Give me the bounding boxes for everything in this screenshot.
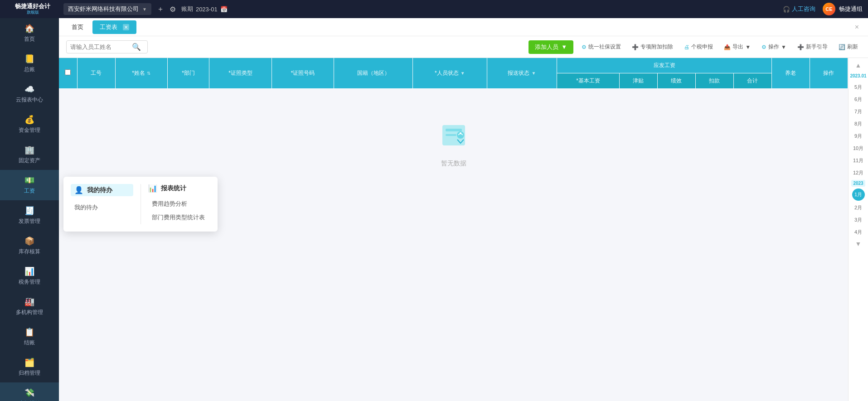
search-box[interactable]: 🔍 (66, 40, 148, 53)
filter-status-icon[interactable]: ▼ (461, 71, 465, 76)
month-jun[interactable]: 6月 (849, 93, 868, 106)
add-button[interactable]: ＋ (157, 5, 164, 14)
calendar-icon[interactable]: 📅 (220, 6, 228, 13)
timeline-up-arrow[interactable]: ▲ (853, 60, 863, 71)
export-icon: 📤 (724, 44, 731, 50)
special-deduct-btn[interactable]: ➕ 专项附加扣除 (629, 41, 676, 53)
month-may[interactable]: 5月 (849, 81, 868, 93)
tax-sidebar-icon: 📊 (24, 266, 34, 276)
sidebar-item-fixed-asset[interactable]: 🏢 固定资产 (0, 140, 59, 170)
sidebar-item-inventory[interactable]: 📦 库存核算 (0, 231, 59, 261)
filter-report-icon[interactable]: ▼ (531, 71, 536, 76)
timeline-down-arrow[interactable]: ▼ (853, 238, 863, 249)
fixed-asset-sidebar-icon: 🏢 (24, 145, 34, 155)
sidebar-item-invoice[interactable]: 🧾 发票管理 (0, 200, 59, 231)
service-label: 人工咨询 (792, 5, 815, 13)
search-input[interactable] (70, 43, 129, 50)
sidebar-item-cloud-report[interactable]: ☁️ 云报表中心 (0, 79, 59, 109)
salary-sidebar-icon: 💵 (24, 175, 34, 185)
sidebar-label-archive: 归档管理 (19, 369, 40, 377)
archive-sidebar-icon: 🗂️ (24, 358, 34, 367)
close-tab-all-btn[interactable]: × (851, 23, 863, 31)
tabs-bar: 首页工资表 ×× (59, 18, 868, 36)
sidebar-label-home: 首页 (24, 35, 35, 43)
month-jul[interactable]: 7月 (849, 106, 868, 118)
table-header-row1: 工号 *姓名 ⇅ *部门 *证照类型 *证照号码 国籍（地区） (59, 58, 848, 73)
company-selector[interactable]: 西安虾米网络科技有限公司 ▼ (63, 3, 151, 15)
sidebar-label-tax: 税务管理 (19, 278, 40, 286)
operate-btn[interactable]: ⚙ 操作 ▼ (759, 41, 789, 53)
sidebar-item-fund[interactable]: 💰 资金管理 (0, 109, 59, 140)
tab-home[interactable]: 首页 (64, 20, 91, 34)
settings-icon[interactable]: ⚙ (170, 5, 176, 14)
social-security-btn[interactable]: ⚙ 统一社保设置 (579, 41, 624, 53)
service-button[interactable]: 🎧 人工咨询 (783, 5, 815, 13)
export-arrow-icon: ▼ (745, 44, 751, 50)
sidebar-label-fixed-asset: 固定资产 (19, 157, 40, 164)
guide-icon: ➕ (797, 44, 804, 50)
tab-close-salary[interactable]: × (123, 24, 129, 30)
tab-label-salary: 工资表 (100, 23, 117, 31)
cloud-report-sidebar-icon: ☁️ (24, 84, 34, 94)
popup-item-my-pending[interactable]: 我的待办 (71, 201, 133, 214)
th-idnumber: *证照号码 (272, 58, 334, 88)
month-oct[interactable]: 10月 (849, 142, 868, 155)
period-label: 账期 (181, 5, 193, 13)
tax-report-btn[interactable]: 🖨 个税申报 (681, 41, 716, 53)
popup-col-left: 👤 我的待办 我的待办 (71, 184, 133, 224)
user-info[interactable]: CE 畅捷通组 (823, 3, 863, 15)
close-sidebar-icon: 📋 (24, 327, 34, 337)
th-deduction: 扣款 (695, 73, 733, 89)
th-pension: 养老 (771, 58, 810, 88)
add-person-button[interactable]: 添加人员 ▼ (529, 40, 573, 54)
app-name: 畅捷通好会计 (15, 3, 50, 10)
sidebar-item-salary[interactable]: 💵 工资 (0, 170, 59, 200)
inventory-sidebar-icon: 📦 (24, 236, 34, 246)
sidebar-item-multi-org[interactable]: 🏭 多机构管理 (0, 291, 59, 322)
sort-name-icon[interactable]: ⇅ (147, 71, 150, 76)
timeline-year-header: 2023.01 (849, 71, 868, 81)
month-feb[interactable]: 2月 (849, 202, 868, 214)
th-performance: 绩效 (657, 73, 695, 89)
month-nov[interactable]: 11月 (849, 155, 868, 167)
th-total: 合计 (733, 73, 771, 89)
sidebar-item-home[interactable]: 🏠 首页 (0, 18, 59, 48)
sidebar-item-archive[interactable]: 🗂️ 归档管理 (0, 352, 59, 382)
th-checkbox[interactable] (59, 58, 77, 88)
salary-table: 工号 *姓名 ⇅ *部门 *证照类型 *证照号码 国籍（地区） (59, 58, 848, 89)
popup-item-dept-cost[interactable]: 部门费用类型统计表 (148, 211, 211, 224)
new-guide-btn[interactable]: ➕ 新手引导 (795, 41, 830, 53)
app-edition: 旗舰版 (27, 10, 39, 15)
sidebar-item-close[interactable]: 📋 结账 (0, 322, 59, 352)
popup-item-cost-trend[interactable]: 费用趋势分析 (148, 197, 211, 211)
refresh-btn[interactable]: 🔄 刷新 (836, 41, 861, 53)
period-area: 账期 2023-01 📅 (181, 5, 228, 13)
month-apr[interactable]: 4月 (849, 226, 868, 238)
th-report-status: 报送状态 ▼ (487, 58, 557, 88)
month-mar[interactable]: 3月 (849, 214, 868, 226)
sidebar-item-tax[interactable]: 📊 税务管理 (0, 261, 59, 291)
month-sep[interactable]: 9月 (849, 130, 868, 142)
th-dept: *部门 (167, 58, 209, 88)
month-jan[interactable]: 1月 (852, 188, 865, 201)
sidebar-label-inventory: 库存核算 (19, 248, 40, 256)
export-btn[interactable]: 📤 导出 ▼ (721, 41, 753, 53)
month-aug[interactable]: 8月 (849, 118, 868, 130)
operate-arrow-icon: ▼ (781, 44, 786, 50)
select-all-checkbox[interactable] (65, 69, 71, 75)
sidebar-item-ledger[interactable]: 📒 总账 (0, 48, 59, 79)
sidebar-item-xiaochang[interactable]: 💸 小畅报销 (0, 382, 59, 401)
avatar: CE (823, 3, 835, 15)
month-dec[interactable]: 12月 (849, 167, 868, 179)
popup-divider (141, 184, 141, 224)
th-status: *人员状态 ▼ (413, 58, 487, 88)
headset-icon: 🎧 (783, 6, 790, 13)
user-name: 畅捷通组 (839, 5, 863, 13)
ledger-sidebar-icon: 📒 (24, 54, 34, 64)
sidebar-label-close: 结账 (24, 339, 35, 347)
invoice-sidebar-icon: 🧾 (24, 206, 34, 216)
home-sidebar-icon: 🏠 (24, 24, 34, 34)
print-icon: 🖨 (684, 44, 689, 50)
tab-salary[interactable]: 工资表 × (92, 20, 136, 34)
th-name: *姓名 ⇅ (115, 58, 167, 88)
